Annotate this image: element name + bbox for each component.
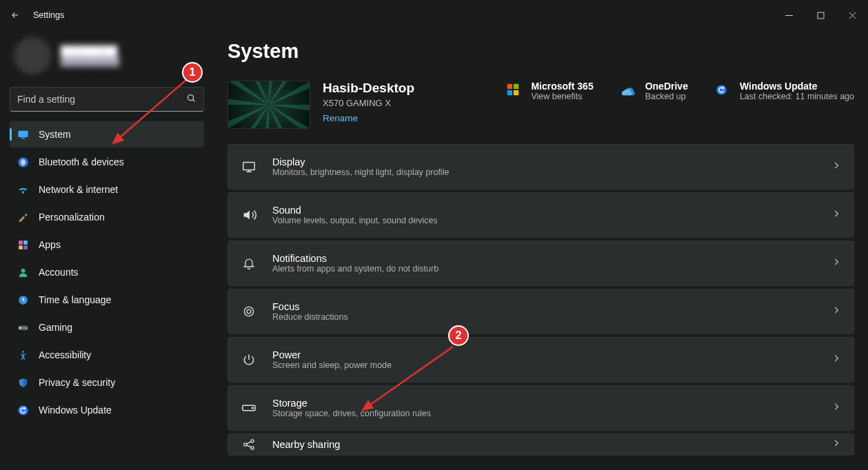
share-icon <box>241 436 257 453</box>
svg-point-15 <box>18 405 28 415</box>
opt-sub: Alerts from apps and system, do not dist… <box>272 264 816 274</box>
rename-link[interactable]: Rename <box>323 113 414 123</box>
opt-title: Nearby sharing <box>272 439 816 450</box>
update-icon <box>17 404 29 416</box>
svc-ms365[interactable]: Microsoft 365View benefits <box>504 81 593 101</box>
maximize-button[interactable] <box>805 4 836 26</box>
chevron-right-icon <box>831 209 841 221</box>
opt-title: Focus <box>272 301 816 312</box>
profile-email: ██████████ <box>61 57 119 66</box>
pc-thumbnail <box>228 81 310 129</box>
pc-name: Hasib-Desktop <box>323 81 414 96</box>
nav-accessibility[interactable]: Accessibility <box>10 342 204 368</box>
svg-point-14 <box>21 350 23 352</box>
annotation-badge-1: 1 <box>182 62 203 83</box>
opt-sub: Monitors, brightness, night light, displ… <box>272 167 816 177</box>
svg-point-23 <box>247 309 251 314</box>
nav-time[interactable]: Time & language <box>10 287 204 313</box>
opt-display[interactable]: DisplayMonitors, brightness, night light… <box>228 144 854 190</box>
opt-nearby[interactable]: Nearby sharing <box>228 433 854 456</box>
nav-label: Time & language <box>39 294 111 305</box>
sound-icon <box>241 207 257 223</box>
opt-power[interactable]: PowerScreen and sleep, power mode <box>228 337 854 382</box>
annotation-badge-2: 2 <box>448 325 469 346</box>
svg-rect-5 <box>19 241 23 245</box>
sidebar: ████████ ██████████ SystemBluetooth & de… <box>0 30 214 470</box>
chevron-right-icon <box>831 161 841 173</box>
svg-rect-18 <box>507 90 512 95</box>
update-icon <box>713 81 731 99</box>
nav-label: Accounts <box>39 267 79 278</box>
svc-title: OneDrive <box>645 81 688 92</box>
svc-title: Microsoft 365 <box>531 81 593 92</box>
svg-rect-0 <box>818 12 824 19</box>
focus-icon <box>241 303 257 320</box>
profile-card[interactable]: ████████ ██████████ <box>10 30 204 87</box>
nav-label: Bluetooth & devices <box>39 156 124 167</box>
sidebar-nav: SystemBluetooth & devicesNetwork & inter… <box>10 121 204 423</box>
power-icon <box>241 351 257 368</box>
svg-point-9 <box>21 268 25 272</box>
search-input[interactable] <box>17 94 186 105</box>
display-icon <box>241 159 257 175</box>
ms365-icon <box>504 81 522 99</box>
onedrive-icon <box>618 81 636 99</box>
gamepad-icon <box>17 321 29 334</box>
person-icon <box>17 266 29 278</box>
titlebar: Settings <box>0 0 868 30</box>
svg-point-12 <box>25 326 26 327</box>
opt-sound[interactable]: SoundVolume levels, output, input, sound… <box>228 192 854 238</box>
back-button[interactable] <box>6 6 25 25</box>
clock-icon <box>17 294 29 306</box>
svg-rect-21 <box>243 163 255 170</box>
nav-label: Apps <box>39 239 61 250</box>
accessibility-icon <box>17 349 29 361</box>
svc-onedrive[interactable]: OneDriveBacked up <box>618 81 688 101</box>
nav-label: Network & internet <box>39 184 118 195</box>
main-content: System Hasib-Desktop X570 GAMING X Renam… <box>214 30 868 470</box>
minimize-button[interactable] <box>773 4 805 26</box>
nav-apps[interactable]: Apps <box>10 232 204 258</box>
opt-title: Power <box>272 349 816 360</box>
opt-notifications[interactable]: NotificationsAlerts from apps and system… <box>228 241 854 286</box>
nav-gaming[interactable]: Gaming <box>10 314 204 340</box>
nav-label: Personalization <box>39 212 105 223</box>
chevron-right-icon <box>831 305 841 318</box>
svg-rect-19 <box>514 90 518 95</box>
svc-winupdate[interactable]: Windows UpdateLast checked: 11 minutes a… <box>713 81 854 101</box>
pc-card[interactable]: Hasib-Desktop X570 GAMING X Rename <box>228 81 414 129</box>
nav-network[interactable]: Network & internet <box>10 176 204 203</box>
svg-rect-8 <box>23 245 28 249</box>
chevron-right-icon <box>831 438 841 451</box>
close-button[interactable] <box>836 4 868 26</box>
monitor-icon <box>17 128 29 141</box>
nav-bluetooth[interactable]: Bluetooth & devices <box>10 149 204 175</box>
nav-update[interactable]: Windows Update <box>10 397 204 423</box>
window-title: Settings <box>33 10 64 20</box>
nav-label: System <box>39 129 71 140</box>
opt-sub: Volume levels, output, input, sound devi… <box>272 216 816 225</box>
opt-title: Sound <box>272 205 816 216</box>
nav-personalization[interactable]: Personalization <box>10 204 204 230</box>
opt-sub: Screen and sleep, power mode <box>272 360 816 370</box>
profile-name: ████████ <box>61 45 119 57</box>
nav-privacy[interactable]: Privacy & security <box>10 369 204 396</box>
chevron-right-icon <box>831 354 841 366</box>
nav-system[interactable]: System <box>10 121 204 147</box>
nav-label: Gaming <box>39 322 72 333</box>
svg-rect-7 <box>19 245 23 249</box>
svg-point-13 <box>26 327 27 329</box>
opt-storage[interactable]: StorageStorage space, drives, configurat… <box>228 385 854 431</box>
svg-rect-3 <box>21 137 25 138</box>
nav-accounts[interactable]: Accounts <box>10 259 204 285</box>
search-icon <box>186 93 196 106</box>
opt-focus[interactable]: FocusReduce distractions <box>228 289 854 334</box>
bell-icon <box>241 255 257 272</box>
page-title: System <box>228 40 854 63</box>
search-box[interactable] <box>10 87 204 112</box>
avatar <box>14 37 51 74</box>
svg-point-25 <box>252 407 254 409</box>
shield-icon <box>17 376 29 389</box>
svg-rect-17 <box>514 84 518 89</box>
svc-sub: Backed up <box>645 92 688 101</box>
